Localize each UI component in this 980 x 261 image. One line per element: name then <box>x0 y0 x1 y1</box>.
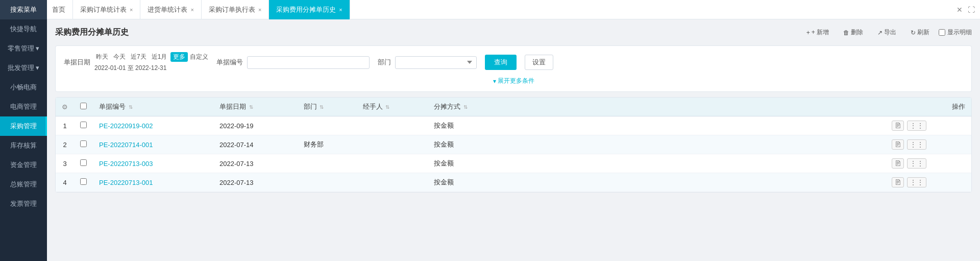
row-action: 🖹 ⋮⋮ <box>886 173 971 192</box>
sidebar-item-ecommerce[interactable]: 电商管理 <box>0 97 47 116</box>
sidebar: 搜索菜单 快捷导航 零售管理 ▾ 批发管理 ▾ 小畅电商 电商管理 采购管理 库… <box>0 0 47 261</box>
tab-inbound-summary[interactable]: 进货单统计表 × <box>140 0 201 19</box>
col-doc-no[interactable]: 单据编号 ⇅ <box>93 98 213 116</box>
col-dept[interactable]: 部门 ⇅ <box>298 98 357 116</box>
col-split-method[interactable]: 分摊方式 ⇅ <box>428 98 886 116</box>
action-icons: 🖹 ⋮⋮ <box>892 158 965 169</box>
table-header-row: ⚙ 单据编号 ⇅ 单据日期 ⇅ <box>56 98 971 116</box>
tab-close-icon[interactable]: × <box>339 7 342 13</box>
dept-select[interactable] <box>395 56 477 69</box>
expand-button[interactable]: ▾ 展开更多条件 <box>493 77 534 85</box>
date-more[interactable]: 更多 <box>170 52 188 62</box>
row-doc-no: PE-20220714-001 <box>93 135 213 154</box>
more-icon[interactable]: ⋮⋮ <box>907 158 926 169</box>
query-button[interactable]: 查询 <box>485 55 517 70</box>
tab-close-icon[interactable]: × <box>130 7 133 13</box>
doc-no-label: 单据编号 <box>216 58 243 67</box>
more-icon[interactable]: ⋮⋮ <box>907 177 926 187</box>
col-settings[interactable]: ⚙ <box>56 98 74 116</box>
tab-purchase-fee-history[interactable]: 采购费用分摊单历史 × <box>269 0 350 19</box>
export-icon: ↗ <box>877 29 883 36</box>
row-checkbox-cell[interactable] <box>74 154 93 173</box>
sidebar-item-inventory[interactable]: 库存核算 <box>0 136 47 155</box>
row-checkbox[interactable] <box>80 122 87 128</box>
select-all-checkbox[interactable] <box>80 103 87 109</box>
sidebar-item-label: 零售管理 <box>8 44 34 52</box>
date-field: 单据日期 昨天 今天 近7天 近1月 更多 自定义 2022-01-01 至 2… <box>64 52 208 73</box>
maximize-window-icon[interactable]: ⛶ <box>968 6 975 14</box>
date-yesterday[interactable]: 昨天 <box>94 52 110 62</box>
row-checkbox[interactable] <box>80 159 87 166</box>
view-icon[interactable]: 🖹 <box>892 158 904 169</box>
tab-purchase-summary[interactable]: 采购订单统计表 × <box>73 0 140 19</box>
table-container: ⚙ 单据编号 ⇅ 单据日期 ⇅ <box>55 97 972 193</box>
doc-no-input[interactable] <box>247 56 370 69</box>
sort-icon: ⇅ <box>129 104 133 110</box>
sidebar-item-invoice[interactable]: 发票管理 <box>0 194 47 213</box>
show-cols-label: 显示明细 <box>947 28 972 37</box>
sidebar-item-search[interactable]: 搜索菜单 <box>0 0 47 19</box>
date-1month[interactable]: 近1月 <box>150 52 169 62</box>
page-header: 采购费用分摊单历史 + + 新增 🗑 删除 ↗ 导出 ↻ 刷新 <box>55 26 972 39</box>
row-checkbox-cell[interactable] <box>74 135 93 154</box>
view-icon[interactable]: 🖹 <box>892 177 904 187</box>
tab-label: 采购订单执行表 <box>209 5 255 14</box>
row-checkbox-cell[interactable] <box>74 173 93 192</box>
sidebar-item-miniapp[interactable]: 小畅电商 <box>0 78 47 97</box>
doc-no-link[interactable]: PE-20220714-001 <box>99 141 153 149</box>
show-cols-checkbox[interactable] <box>939 29 945 36</box>
sidebar-item-label: 采购管理 <box>10 122 37 130</box>
sidebar-item-purchase[interactable]: 采购管理 <box>0 116 47 136</box>
export-button[interactable]: ↗ 导出 <box>872 26 901 39</box>
more-icon[interactable]: ⋮⋮ <box>907 139 926 150</box>
row-split-method: 按金额 <box>428 116 886 135</box>
sidebar-item-wholesale[interactable]: 批发管理 ▾ <box>0 58 47 78</box>
row-checkbox-cell[interactable] <box>74 116 93 135</box>
date-7days[interactable]: 近7天 <box>129 52 148 62</box>
date-range: 2022-01-01 至 2022-12-31 <box>94 64 208 73</box>
action-icons: 🖹 ⋮⋮ <box>892 177 965 187</box>
tab-purchase-exec[interactable]: 采购订单执行表 × <box>202 0 269 19</box>
action-icons: 🖹 ⋮⋮ <box>892 121 965 131</box>
add-button[interactable]: + + 新增 <box>801 26 834 39</box>
sort-icon: ⇅ <box>320 104 324 110</box>
date-label: 单据日期 <box>64 58 90 67</box>
dept-label: 部门 <box>378 58 391 67</box>
row-doc-date: 2022-09-19 <box>213 116 298 135</box>
row-checkbox[interactable] <box>80 140 87 147</box>
row-handler <box>357 116 428 135</box>
date-today[interactable]: 今天 <box>112 52 127 62</box>
row-checkbox[interactable] <box>80 178 87 185</box>
doc-no-link[interactable]: PE-20220919-002 <box>99 122 153 130</box>
tab-home[interactable]: 首页 <box>52 0 73 19</box>
sidebar-item-ledger[interactable]: 总账管理 <box>0 175 47 194</box>
chevron-down-icon: ▾ <box>36 64 39 72</box>
tab-close-icon[interactable]: × <box>258 7 261 13</box>
sidebar-item-quicknav[interactable]: 快捷导航 <box>0 19 47 39</box>
sidebar-item-retail[interactable]: 零售管理 ▾ <box>0 39 47 58</box>
close-window-icon[interactable]: ✕ <box>957 6 963 14</box>
col-doc-date[interactable]: 单据日期 ⇅ <box>213 98 298 116</box>
col-handler[interactable]: 经手人 ⇅ <box>357 98 428 116</box>
show-cols-checkbox-label[interactable]: 显示明细 <box>939 28 972 37</box>
tab-close-icon[interactable]: × <box>190 7 193 13</box>
sidebar-item-finance[interactable]: 资金管理 <box>0 155 47 175</box>
view-icon[interactable]: 🖹 <box>892 121 904 131</box>
row-doc-date: 2022-07-13 <box>213 173 298 192</box>
table-row: 4 PE-20220713-001 2022-07-13 按金额 🖹 ⋮⋮ <box>56 173 971 192</box>
more-icon[interactable]: ⋮⋮ <box>907 121 926 131</box>
col-doc-date-label: 单据日期 <box>219 103 246 110</box>
doc-no-link[interactable]: PE-20220713-001 <box>99 179 153 186</box>
col-checkbox[interactable] <box>74 98 93 116</box>
sidebar-item-label: 搜索菜单 <box>10 6 37 13</box>
doc-no-link[interactable]: PE-20220713-003 <box>99 160 153 168</box>
row-split-method: 按金额 <box>428 135 886 154</box>
search-row: 单据日期 昨天 今天 近7天 近1月 更多 自定义 2022-01-01 至 2… <box>64 52 963 73</box>
sidebar-item-label: 快捷导航 <box>10 25 37 33</box>
settings-button[interactable]: 设置 <box>525 55 553 70</box>
add-icon: + <box>806 29 810 36</box>
date-custom[interactable]: 自定义 <box>190 53 208 61</box>
delete-button[interactable]: 🗑 删除 <box>838 26 868 39</box>
view-icon[interactable]: 🖹 <box>892 139 904 150</box>
refresh-button[interactable]: ↻ 刷新 <box>905 26 935 39</box>
